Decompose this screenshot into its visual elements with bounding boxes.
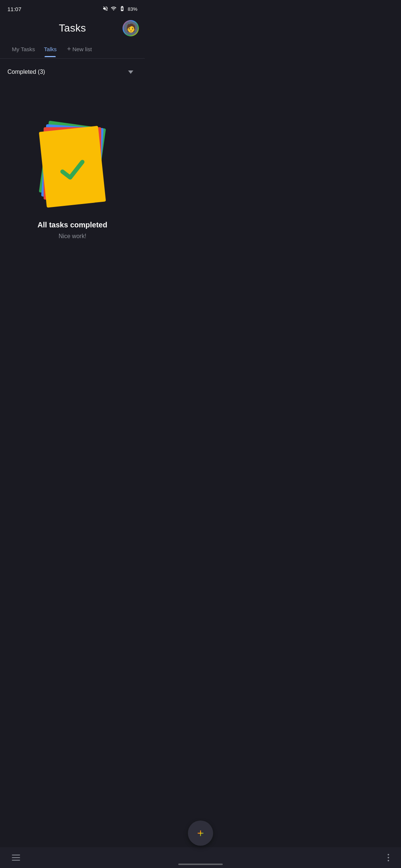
- avatar[interactable]: 🧑: [123, 20, 139, 36]
- tab-talks[interactable]: Talks: [39, 42, 61, 57]
- avatar-image: 🧑: [126, 24, 136, 32]
- card-yellow: [39, 126, 106, 208]
- status-bar: 11:07 83%: [0, 0, 145, 16]
- completion-subtitle: Nice work!: [59, 233, 87, 240]
- tab-bar: My Tasks Talks + New list: [0, 40, 145, 59]
- chevron-down-icon: [128, 70, 133, 74]
- main-content: All tasks completed Nice work!: [0, 85, 145, 300]
- tab-active-indicator: [45, 56, 56, 57]
- battery-percentage: 83%: [128, 6, 137, 12]
- mute-icon: [102, 6, 108, 13]
- avatar-inner: 🧑: [124, 21, 138, 35]
- status-icons: 83%: [102, 6, 137, 13]
- completion-title: All tasks completed: [38, 221, 107, 229]
- tab-new-list[interactable]: + New list: [62, 41, 96, 57]
- checkmark-container: [54, 151, 91, 189]
- checkmark-icon: [54, 151, 91, 188]
- expand-completed-button[interactable]: [124, 65, 137, 79]
- completed-label: Completed (3): [7, 69, 45, 75]
- tasks-completed-illustration: [35, 124, 110, 206]
- completed-section-header: Completed (3): [0, 59, 145, 85]
- plus-icon: +: [67, 45, 71, 53]
- page-title: Tasks: [59, 22, 86, 34]
- avatar-container[interactable]: 🧑: [123, 20, 139, 36]
- header: Tasks 🧑: [0, 16, 145, 40]
- status-time: 11:07: [7, 6, 22, 12]
- battery-icon: [119, 6, 125, 13]
- tab-my-tasks[interactable]: My Tasks: [7, 42, 39, 57]
- wifi-icon: [111, 6, 117, 13]
